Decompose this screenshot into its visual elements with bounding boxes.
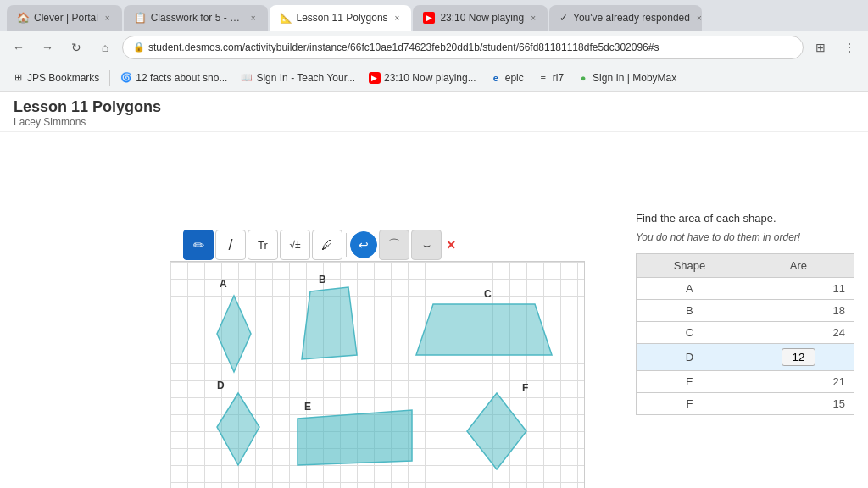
area-cell-e: 21	[743, 371, 854, 393]
bookmark-icon-jps: ⊞	[12, 72, 24, 84]
bookmarks-bar: ⊞ JPS Bookmarks 🌀 12 facts about sno... …	[0, 64, 868, 92]
bookmark-icon-youtube: ▶	[369, 72, 381, 84]
svg-marker-0	[217, 296, 251, 372]
svg-marker-4	[298, 410, 412, 465]
address-bar[interactable]: 🔒 student.desmos.com/activitybuilder/ins…	[122, 36, 804, 59]
shape-cell-e: E	[637, 371, 743, 393]
tab-favicon-clever: 🏠	[17, 12, 29, 24]
close-tool[interactable]: ×	[443, 236, 459, 254]
bookmark-icon-mobymax: ●	[577, 72, 589, 84]
tab-label-classwork: Classwork for 5 - LaCelle M...	[151, 12, 244, 24]
eraser-tool[interactable]: 🖊	[312, 230, 342, 260]
shapes-svg: A B C D E F	[170, 262, 585, 488]
extensions-button[interactable]: ⊞	[809, 36, 832, 59]
shape-cell-c: C	[637, 322, 743, 344]
bookmark-epic[interactable]: e epic	[485, 70, 529, 86]
undo-btn2[interactable]: ⌒	[379, 230, 409, 260]
answer-table: Shape Are A 11 B 18 C 24	[636, 253, 854, 415]
svg-marker-3	[217, 393, 259, 465]
tab-youtube[interactable]: ▶ 23:10 Now playing ×	[413, 5, 548, 30]
shape-cell-b: B	[637, 300, 743, 322]
area-input-d[interactable]	[782, 348, 815, 366]
area-cell-a: 11	[743, 278, 854, 300]
tab-favicon-classwork: 📋	[134, 12, 146, 24]
tab-favicon-responded: ✓	[559, 12, 568, 24]
menu-button[interactable]: ⋮	[837, 36, 861, 59]
bookmark-label-mobymax: Sign In | MobyMax	[593, 72, 676, 84]
tab-responded[interactable]: ✓ You've already responded ×	[549, 5, 702, 30]
svg-text:F: F	[522, 382, 528, 394]
nav-bar: ← → ↻ ⌂ 🔒 student.desmos.com/activitybui…	[0, 30, 868, 64]
area-cell-d[interactable]	[743, 344, 854, 371]
svg-marker-5	[467, 393, 526, 469]
sqrt-tool[interactable]: √±	[280, 230, 310, 260]
drawing-canvas[interactable]: A B C D E F	[170, 261, 585, 488]
shape-cell-d: D	[637, 344, 743, 371]
forward-button[interactable]: →	[36, 36, 59, 59]
bookmark-mobymax[interactable]: ● Sign In | MobyMax	[572, 70, 682, 86]
back-button[interactable]: ←	[7, 36, 31, 59]
table-row: A 11	[637, 278, 854, 300]
tab-label-responded: You've already responded	[573, 12, 690, 24]
tab-close-classwork[interactable]: ×	[249, 12, 258, 25]
pencil-tool[interactable]: ✏	[183, 230, 214, 260]
bookmark-label-jps: JPS Bookmarks	[27, 72, 99, 84]
bookmark-label-youtube: 23:10 Now playing...	[384, 72, 476, 84]
redo-btn[interactable]: ⌣	[411, 230, 442, 260]
bookmark-jps[interactable]: ⊞ JPS Bookmarks	[7, 70, 104, 86]
area-cell-f: 15	[743, 393, 854, 415]
page-title: Lesson 11 Polygons	[14, 98, 854, 116]
tab-close-youtube[interactable]: ×	[529, 12, 537, 25]
line-tool[interactable]: /	[215, 230, 246, 260]
area-cell-b: 18	[743, 300, 854, 322]
bookmark-sep-1	[109, 70, 110, 86]
table-row-d: D	[637, 344, 854, 371]
bookmark-label-epic: epic	[505, 72, 524, 84]
canvas-grid: A B C D E F	[170, 262, 584, 488]
browser-frame: 🏠 Clever | Portal × 📋 Classwork for 5 - …	[0, 0, 868, 488]
svg-text:E: E	[304, 401, 311, 413]
bookmark-icon-epic: e	[490, 72, 502, 84]
reload-button[interactable]: ↻	[64, 36, 88, 59]
text-tool[interactable]: Tr	[248, 230, 278, 260]
tab-favicon-lesson: 📐	[280, 12, 292, 24]
home-button[interactable]: ⌂	[93, 36, 117, 59]
right-panel: Find the area of each shape. You do not …	[622, 202, 868, 488]
page-header: Lesson 11 Polygons Lacey Simmons	[0, 92, 868, 132]
bookmark-label-teach: Sign In - Teach Your...	[256, 72, 355, 84]
tab-label-youtube: 23:10 Now playing	[440, 12, 524, 24]
shape-cell-f: F	[637, 393, 743, 415]
svg-text:B: B	[319, 274, 326, 286]
bookmark-ri7[interactable]: ≡ ri7	[532, 70, 569, 86]
svg-text:D: D	[217, 380, 225, 391]
instructions-main: Find the area of each shape.	[636, 212, 854, 225]
tab-close-clever[interactable]: ×	[103, 12, 112, 25]
tab-label-clever: Clever | Portal	[34, 12, 98, 24]
tab-classwork[interactable]: 📋 Classwork for 5 - LaCelle M... ×	[124, 5, 268, 30]
page-subtitle: Lacey Simmons	[14, 116, 854, 128]
tab-favicon-youtube: ▶	[423, 12, 435, 24]
tab-clever[interactable]: 🏠 Clever | Portal ×	[7, 5, 122, 30]
tab-close-lesson[interactable]: ×	[393, 12, 402, 25]
url-text: student.desmos.com/activitybuilder/insta…	[148, 42, 659, 53]
bookmark-icon-facts: 🌀	[120, 72, 132, 84]
tab-bar: 🏠 Clever | Portal × 📋 Classwork for 5 - …	[0, 0, 868, 30]
tab-lesson[interactable]: 📐 Lesson 11 Polygons ×	[270, 5, 412, 30]
table-row: B 18	[637, 300, 854, 322]
bookmark-youtube[interactable]: ▶ 23:10 Now playing...	[364, 70, 481, 86]
svg-marker-2	[416, 304, 552, 355]
bookmark-label-ri7: ri7	[553, 72, 564, 84]
tab-close-responded[interactable]: ×	[695, 12, 702, 25]
bookmark-teach[interactable]: 📖 Sign In - Teach Your...	[236, 70, 360, 86]
tab-label-lesson: Lesson 11 Polygons	[297, 12, 388, 24]
table-header-area: Are	[743, 254, 854, 278]
bookmark-facts[interactable]: 🌀 12 facts about sno...	[115, 70, 232, 86]
svg-marker-1	[302, 287, 357, 359]
shape-cell-a: A	[637, 278, 743, 300]
undo-tool[interactable]: ↩	[350, 231, 377, 258]
table-row: C 24	[637, 322, 854, 344]
table-header-shape: Shape	[637, 254, 743, 278]
bookmark-icon-ri7: ≡	[537, 72, 549, 84]
toolbar-sep	[346, 233, 347, 257]
area-cell-c: 24	[743, 322, 854, 344]
